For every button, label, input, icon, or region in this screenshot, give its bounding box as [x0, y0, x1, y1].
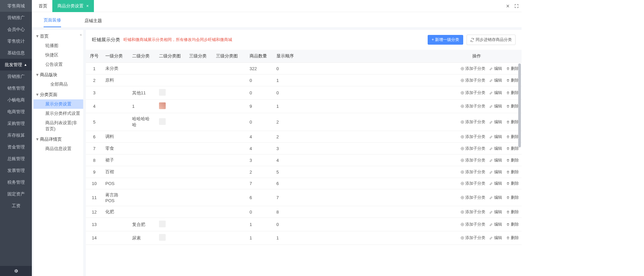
tree-group[interactable]: ▶分类页面: [34, 90, 83, 99]
close-tab-icon[interactable]: [505, 4, 510, 8]
sidebar-item[interactable]: 电商管理: [0, 106, 32, 118]
edit-link[interactable]: 编辑: [489, 78, 502, 83]
sidebar-item[interactable]: 零售统计: [0, 35, 32, 47]
sidebar-item[interactable]: 营销推广: [0, 71, 32, 82]
tree-group[interactable]: ▶首页: [34, 32, 83, 41]
plus-circle-icon: [461, 67, 464, 71]
main-sidebar: 零售商城营销推广会员中心零售统计基础信息批发管理▲营销推广销售管理小畅电商电商管…: [0, 0, 32, 276]
add-subcategory-link[interactable]: 添加子分类: [461, 181, 485, 186]
tree-item[interactable]: 快捷区: [34, 50, 83, 60]
sidebar-item[interactable]: 销售管理: [0, 82, 32, 94]
sidebar-item[interactable]: 营销推广: [0, 12, 32, 24]
add-subcategory-link[interactable]: 添加子分类: [461, 157, 485, 163]
delete-link[interactable]: 删除: [506, 66, 519, 72]
tab[interactable]: 商品分类设置×: [52, 0, 94, 12]
edit-link[interactable]: 编辑: [489, 146, 502, 151]
edit-link[interactable]: 编辑: [489, 157, 502, 163]
tree-item[interactable]: 轮播图: [34, 41, 83, 50]
edit-icon: [489, 67, 493, 71]
edit-icon: [489, 182, 493, 185]
sidebar-item[interactable]: 固定资产: [0, 188, 32, 200]
sidebar-item[interactable]: 发票管理: [0, 165, 32, 176]
delete-link[interactable]: 删除: [506, 90, 519, 96]
sidebar-item[interactable]: 库存核算: [0, 129, 32, 141]
sub-tab[interactable]: 店铺主题: [85, 18, 102, 27]
add-subcategory-link[interactable]: 添加子分类: [461, 169, 485, 175]
tree-item[interactable]: 全部商品: [34, 80, 83, 89]
tree-item[interactable]: 商品列表设置(非首页): [34, 118, 83, 134]
trash-icon: [506, 91, 510, 95]
tree-item[interactable]: 商品信息设置: [34, 144, 83, 153]
table-header: 三级分类图: [213, 50, 247, 63]
tree-item[interactable]: 展示分类样式设置: [34, 109, 83, 118]
scrollbar[interactable]: [518, 63, 521, 273]
delete-link[interactable]: 删除: [506, 169, 519, 175]
delete-link[interactable]: 删除: [506, 235, 519, 241]
add-subcategory-link[interactable]: 添加子分类: [461, 222, 485, 227]
sidebar-item[interactable]: 采购管理: [0, 118, 32, 129]
table-row: 13复合肥10添加子分类编辑删除: [86, 218, 522, 231]
add-category-button[interactable]: + 新增一级分类: [428, 35, 463, 45]
delete-link[interactable]: 删除: [506, 222, 519, 227]
edit-link[interactable]: 编辑: [489, 235, 502, 241]
tab[interactable]: 首页: [34, 0, 52, 12]
sync-icon: [470, 38, 474, 42]
delete-link[interactable]: 删除: [506, 157, 519, 163]
sidebar-item[interactable]: 资金管理: [0, 141, 32, 153]
add-subcategory-link[interactable]: 添加子分类: [461, 90, 485, 96]
delete-link[interactable]: 删除: [506, 103, 519, 109]
edit-icon: [489, 120, 493, 124]
sidebar-settings[interactable]: [0, 266, 32, 276]
sidebar-item[interactable]: 零售商城: [0, 0, 32, 12]
sidebar-item[interactable]: 会员中心: [0, 24, 32, 35]
sidebar-item[interactable]: 税务管理: [0, 176, 32, 188]
edit-link[interactable]: 编辑: [489, 134, 502, 140]
add-subcategory-link[interactable]: 添加子分类: [461, 134, 485, 140]
trash-icon: [506, 79, 510, 82]
tree-group[interactable]: ▶商品详情页: [34, 135, 83, 144]
add-subcategory-link[interactable]: 添加子分类: [461, 103, 485, 109]
sync-button[interactable]: 同步进销存商品分类: [467, 35, 516, 45]
add-subcategory-link[interactable]: 添加子分类: [461, 78, 485, 83]
edit-link[interactable]: 编辑: [489, 169, 502, 175]
edit-link[interactable]: 编辑: [489, 209, 502, 215]
delete-link[interactable]: 删除: [506, 134, 519, 140]
edit-icon: [489, 236, 493, 240]
edit-link[interactable]: 编辑: [489, 66, 502, 72]
edit-link[interactable]: 编辑: [489, 119, 502, 125]
add-subcategory-link[interactable]: 添加子分类: [461, 195, 485, 200]
tree-group[interactable]: ▶商品版块: [34, 70, 83, 80]
close-icon[interactable]: ×: [86, 3, 89, 8]
tree-item[interactable]: 公告设置: [34, 60, 83, 69]
sidebar-item[interactable]: 小畅电商: [0, 94, 32, 106]
edit-link[interactable]: 编辑: [489, 181, 502, 186]
plus-circle-icon: [461, 170, 464, 174]
edit-link[interactable]: 编辑: [489, 103, 502, 109]
fullscreen-icon[interactable]: [514, 4, 519, 8]
delete-link[interactable]: 删除: [506, 209, 519, 215]
sub-tab[interactable]: 页面装修: [44, 17, 61, 27]
plus-circle-icon: [461, 91, 464, 95]
sidebar-item[interactable]: 批发管理▲: [0, 59, 32, 71]
add-subcategory-link[interactable]: 添加子分类: [461, 146, 485, 151]
edit-icon: [489, 147, 493, 150]
delete-link[interactable]: 删除: [506, 119, 519, 125]
edit-link[interactable]: 编辑: [489, 195, 502, 200]
table-header: 序号: [86, 50, 103, 63]
delete-link[interactable]: 删除: [506, 78, 519, 83]
table-row: 8裙子34添加子分类编辑删除: [86, 154, 522, 166]
add-subcategory-link[interactable]: 添加子分类: [461, 66, 485, 72]
sidebar-item[interactable]: 工资: [0, 200, 32, 212]
edit-link[interactable]: 编辑: [489, 90, 502, 96]
add-subcategory-link[interactable]: 添加子分类: [461, 209, 485, 215]
delete-link[interactable]: 删除: [506, 195, 519, 200]
sidebar-item[interactable]: 总账管理: [0, 153, 32, 165]
sidebar-item[interactable]: 基础信息: [0, 47, 32, 59]
collapse-panel-icon[interactable]: «: [80, 33, 82, 37]
delete-link[interactable]: 删除: [506, 146, 519, 151]
add-subcategory-link[interactable]: 添加子分类: [461, 235, 485, 241]
tree-item[interactable]: 展示分类设置: [34, 99, 83, 109]
delete-link[interactable]: 删除: [506, 181, 519, 186]
edit-link[interactable]: 编辑: [489, 222, 502, 227]
add-subcategory-link[interactable]: 添加子分类: [461, 119, 485, 125]
